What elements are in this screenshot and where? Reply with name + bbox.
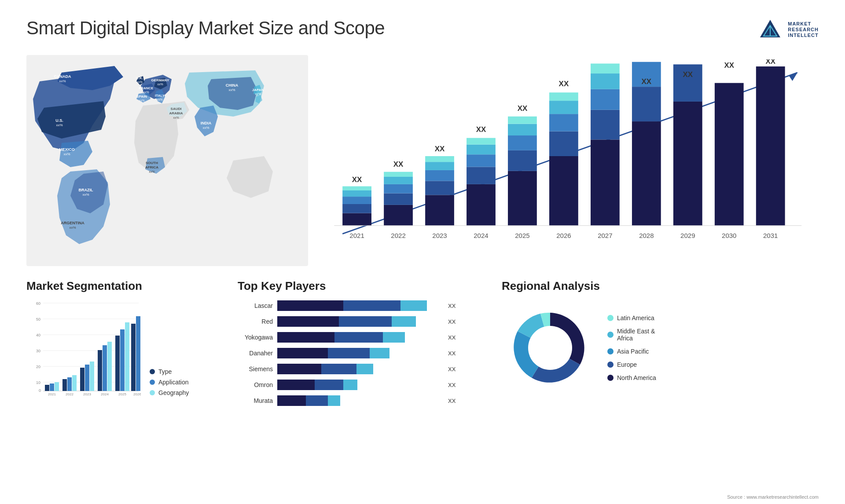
svg-text:2022: 2022	[66, 392, 73, 396]
svg-rect-38	[342, 213, 371, 226]
svg-text:50: 50	[36, 317, 40, 321]
svg-rect-138	[136, 316, 140, 391]
segmentation-legend: Type Application Geography	[150, 368, 189, 396]
svg-rect-39	[342, 204, 371, 213]
player-value: XX	[448, 350, 456, 357]
svg-text:JAPAN: JAPAN	[252, 88, 264, 92]
svg-rect-131	[107, 342, 112, 391]
svg-text:xx%: xx%	[59, 79, 66, 83]
svg-text:XX: XX	[559, 80, 569, 88]
application-dot	[150, 380, 155, 385]
svg-text:xx%: xx%	[157, 83, 163, 86]
svg-rect-72	[549, 92, 578, 101]
svg-text:xx%: xx%	[255, 92, 261, 95]
player-bar: XX	[277, 331, 484, 343]
svg-text:2021: 2021	[48, 392, 56, 396]
svg-rect-133	[115, 336, 120, 391]
svg-rect-118	[50, 383, 54, 391]
list-item: Murata XX	[238, 394, 484, 407]
svg-text:SAUDI: SAUDI	[171, 107, 182, 111]
svg-rect-160	[328, 395, 340, 406]
svg-rect-40	[342, 197, 371, 204]
svg-rect-129	[98, 350, 102, 391]
svg-text:xx%: xx%	[149, 170, 154, 173]
legend-europe: Europe	[607, 361, 656, 368]
player-bar: XX	[277, 394, 484, 407]
svg-rect-97	[756, 66, 785, 226]
latin-america-label: Latin America	[617, 314, 654, 321]
svg-text:SOUTH: SOUTH	[146, 161, 158, 165]
svg-text:XX: XX	[435, 145, 445, 153]
svg-rect-46	[384, 184, 413, 194]
players-title: Top Key Players	[238, 279, 484, 293]
geography-dot	[150, 390, 155, 395]
svg-text:ARABIA: ARABIA	[169, 111, 183, 115]
svg-rect-45	[384, 194, 413, 205]
player-name: Lascar	[238, 302, 273, 309]
svg-rect-78	[591, 64, 620, 74]
player-value: XX	[448, 334, 456, 341]
svg-rect-134	[120, 329, 125, 391]
svg-rect-60	[467, 138, 496, 145]
svg-rect-122	[67, 377, 72, 391]
svg-text:FRANCE: FRANCE	[139, 86, 154, 90]
svg-rect-76	[591, 89, 620, 110]
svg-text:xx%: xx%	[136, 80, 142, 84]
growth-chart-section: XX XX XX XX	[321, 55, 819, 278]
svg-rect-68	[549, 156, 578, 226]
svg-text:ARGENTINA: ARGENTINA	[61, 221, 84, 225]
svg-text:2024: 2024	[474, 232, 488, 239]
logo-icon	[758, 18, 783, 42]
asia-pacific-label: Asia Pacific	[617, 348, 649, 355]
type-dot	[150, 369, 155, 374]
segmentation-title: Market Segmentation	[26, 279, 211, 293]
svg-rect-59	[467, 145, 496, 155]
svg-text:2026: 2026	[133, 392, 141, 396]
svg-rect-147	[277, 332, 334, 343]
player-value: XX	[448, 382, 456, 388]
svg-rect-127	[90, 362, 94, 391]
svg-rect-75	[591, 110, 620, 140]
svg-text:2025: 2025	[515, 232, 529, 239]
svg-rect-57	[467, 167, 496, 184]
svg-text:SPAIN: SPAIN	[136, 95, 147, 99]
svg-text:INDIA: INDIA	[201, 121, 212, 125]
svg-rect-66	[508, 117, 537, 124]
svg-text:U.S.: U.S.	[55, 118, 63, 123]
header: Smart Digital Display Market Size and Sc…	[26, 18, 819, 42]
svg-text:XX: XX	[765, 59, 775, 66]
svg-text:20: 20	[36, 365, 40, 369]
svg-rect-42	[342, 186, 371, 190]
svg-text:XX: XX	[683, 70, 693, 79]
svg-rect-71	[549, 101, 578, 114]
svg-rect-70	[549, 114, 578, 131]
svg-text:XX: XX	[393, 160, 404, 168]
svg-rect-153	[277, 364, 321, 374]
svg-rect-77	[591, 73, 620, 89]
svg-rect-150	[277, 348, 328, 358]
seg-application: Application	[150, 379, 189, 386]
svg-text:U.K.: U.K.	[136, 76, 143, 80]
svg-text:2023: 2023	[83, 392, 91, 396]
svg-rect-159	[277, 395, 306, 406]
svg-rect-121	[62, 379, 67, 391]
svg-rect-126	[85, 365, 89, 391]
logo-text: MARKET RESEARCH INTELLECT	[788, 21, 819, 39]
player-value: XX	[448, 318, 456, 325]
legend-latin-america: Latin America	[607, 314, 656, 321]
source-text: Source : www.marketresearchintellect.com	[727, 494, 819, 500]
svg-text:2025: 2025	[118, 392, 126, 396]
north-america-dot	[607, 375, 614, 381]
svg-rect-145	[392, 316, 416, 327]
svg-rect-65	[508, 124, 537, 135]
svg-rect-47	[384, 177, 413, 184]
svg-text:0: 0	[39, 388, 41, 393]
svg-text:xx%: xx%	[63, 152, 70, 156]
player-name: Yokogawa	[238, 334, 273, 341]
players-bars: Lascar XX Red	[238, 299, 484, 407]
svg-text:BRAZIL: BRAZIL	[79, 188, 93, 192]
svg-text:30: 30	[36, 349, 40, 353]
regional-title: Regional Analysis	[502, 279, 819, 293]
europe-label: Europe	[617, 361, 637, 368]
regional-legend: Latin America Middle East &Africa Asia P…	[607, 314, 656, 381]
